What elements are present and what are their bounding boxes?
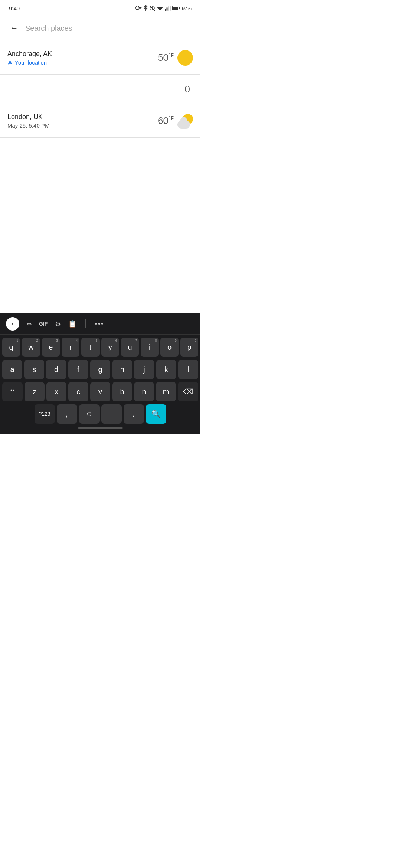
key-m[interactable]: m: [156, 382, 176, 401]
location-sub-london: May 25, 5:40 PM: [7, 122, 49, 129]
key-i[interactable]: i8: [141, 338, 159, 357]
location-sub-anchorage: Your location: [7, 59, 52, 66]
comma-key[interactable]: ,: [57, 404, 77, 424]
bluetooth-icon: [143, 5, 148, 11]
key-b[interactable]: b: [112, 382, 132, 401]
svg-rect-2: [140, 8, 141, 9]
numbers-key[interactable]: ?123: [35, 404, 55, 424]
location-left-anchorage: Anchorage, AK Your location: [7, 50, 52, 66]
key-y[interactable]: y6: [101, 338, 119, 357]
location-item-london[interactable]: London, UK May 25, 5:40 PM 60°F: [0, 104, 200, 138]
key-n[interactable]: n: [134, 382, 154, 401]
key-s[interactable]: s: [24, 360, 44, 379]
toolbar-divider: [85, 319, 86, 328]
your-location-label: Your location: [15, 59, 47, 66]
settings-icon[interactable]: ⚙: [55, 320, 61, 328]
key-v[interactable]: v: [90, 382, 110, 401]
key-d[interactable]: d: [46, 360, 66, 379]
current-location-icon: [7, 60, 13, 65]
backspace-key[interactable]: ⌫: [178, 382, 198, 401]
svg-rect-1: [138, 7, 141, 8]
svg-marker-13: [8, 60, 12, 65]
more-options-icon[interactable]: •••: [95, 320, 104, 328]
keyboard-row-3: ⇧ z x c v b n m ⌫: [2, 382, 198, 401]
keyboard-back-icon: ‹: [12, 320, 13, 327]
key-q[interactable]: q1: [2, 338, 20, 357]
key-u[interactable]: u7: [121, 338, 139, 357]
emoji-key[interactable]: ☺: [79, 404, 100, 424]
back-arrow-icon: ←: [10, 23, 18, 33]
keyboard-toolbar: ‹ ⇔ GIF ⚙ 📋 •••: [0, 313, 200, 335]
svg-rect-12: [179, 7, 180, 9]
keyboard-row-2: a s d f g h j k l: [2, 360, 198, 379]
space-key[interactable]: [101, 404, 122, 424]
empty-row: 0: [0, 75, 200, 104]
clipboard-icon[interactable]: 📋: [68, 320, 76, 328]
key-w[interactable]: w2: [22, 338, 40, 357]
key-g[interactable]: g: [90, 360, 110, 379]
location-left-london: London, UK May 25, 5:40 PM: [7, 113, 49, 129]
zero-value: 0: [185, 83, 193, 95]
battery-icon: [172, 6, 180, 10]
key-z[interactable]: z: [25, 382, 45, 401]
keyboard-row-4: ?123 , ☺ . 🔍: [2, 404, 198, 424]
location-right-london: 60°F: [158, 113, 193, 129]
wifi-icon: [157, 6, 163, 11]
svg-marker-5: [157, 7, 163, 11]
shift-key[interactable]: ⇧: [2, 382, 23, 401]
cloud-part: [177, 121, 190, 129]
gif-button[interactable]: GIF: [39, 321, 48, 327]
keyboard-row-1: q1 w2 e3 r4 t5 y6 u7 i8 o9 p0: [2, 338, 198, 357]
text-cursor-icon[interactable]: ⇔: [27, 320, 32, 328]
svg-rect-9: [170, 6, 171, 11]
svg-rect-6: [165, 9, 166, 11]
key-r[interactable]: r4: [62, 338, 79, 357]
key-x[interactable]: x: [46, 382, 66, 401]
home-bar: [78, 427, 123, 429]
home-indicator: [0, 425, 200, 430]
battery-percent: 97%: [182, 6, 192, 11]
location-name-london: London, UK: [7, 113, 49, 121]
back-button[interactable]: ←: [7, 22, 21, 35]
key-l[interactable]: l: [178, 360, 198, 379]
partly-cloudy-weather-icon: [177, 113, 193, 129]
svg-rect-8: [168, 6, 169, 11]
key-e[interactable]: e3: [42, 338, 60, 357]
svg-rect-11: [173, 7, 178, 10]
sunny-weather-icon: [177, 50, 193, 66]
key-a[interactable]: a: [2, 360, 22, 379]
keyboard-rows: q1 w2 e3 r4 t5 y6 u7 i8 o9 p0 a s d f g …: [0, 335, 200, 425]
search-placeholder[interactable]: Search places: [25, 24, 193, 33]
key-o[interactable]: o9: [160, 338, 178, 357]
key-k[interactable]: k: [156, 360, 176, 379]
key-c[interactable]: c: [68, 382, 88, 401]
period-key[interactable]: .: [124, 404, 144, 424]
key-h[interactable]: h: [112, 360, 132, 379]
location-name-anchorage: Anchorage, AK: [7, 50, 52, 58]
key-t[interactable]: t5: [81, 338, 99, 357]
key-icon: [135, 6, 142, 11]
svg-rect-7: [166, 7, 167, 11]
location-item-anchorage[interactable]: Anchorage, AK Your location 50°F: [0, 41, 200, 75]
temp-anchorage: 50°F: [158, 52, 174, 63]
mute-icon: [149, 5, 155, 11]
signal-icon: [165, 6, 171, 11]
key-j[interactable]: j: [134, 360, 154, 379]
key-p[interactable]: p0: [180, 338, 198, 357]
status-time: 9:40: [9, 5, 20, 11]
keyboard-back-button[interactable]: ‹: [6, 317, 19, 331]
search-bar: ← Search places: [0, 16, 200, 41]
key-f[interactable]: f: [68, 360, 88, 379]
search-key[interactable]: 🔍: [146, 404, 166, 424]
keyboard: ‹ ⇔ GIF ⚙ 📋 ••• q1 w2 e3 r4 t5 y6 u7 i8 …: [0, 313, 200, 434]
location-right-anchorage: 50°F: [158, 50, 193, 66]
status-bar: 9:40: [0, 0, 200, 16]
temp-london: 60°F: [158, 115, 174, 126]
status-icons: 97%: [135, 5, 192, 11]
